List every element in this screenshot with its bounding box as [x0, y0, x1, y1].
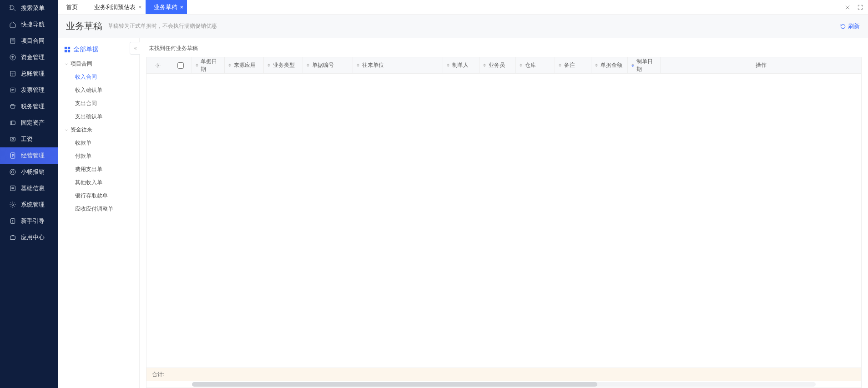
search-icon [9, 5, 16, 12]
sidebar-item-project-contract[interactable]: 项目合同 [0, 33, 58, 49]
col-note[interactable]: 备注 [555, 57, 591, 73]
tree-group-label: 资金往来 [71, 126, 92, 134]
col-label: 仓库 [525, 61, 536, 69]
tree-leaf-expense-confirm[interactable]: 支出确认单 [58, 110, 139, 123]
svg-point-38 [157, 65, 159, 66]
table-body [146, 74, 861, 368]
svg-rect-35 [68, 47, 70, 49]
select-all-checkbox[interactable] [169, 57, 192, 73]
sidebar-item-label: 项目合同 [21, 37, 45, 45]
tree-leaf-expense-contract[interactable]: 支出合同 [58, 97, 139, 110]
tree-leaf-receipt[interactable]: 收款单 [58, 136, 139, 150]
refresh-icon [840, 23, 846, 30]
sort-icon [631, 63, 635, 68]
sidebar-item-quick-nav[interactable]: 快捷导航 [0, 16, 58, 33]
tree-all-label: 全部单据 [73, 45, 99, 54]
sidebar-item-ledger[interactable]: 总账管理 [0, 66, 58, 82]
tree-group-project-contract[interactable]: 项目合同 [58, 57, 139, 71]
tree-leaf-ar-ap-adjust[interactable]: 应收应付调整单 [58, 202, 139, 216]
guide-icon [9, 217, 16, 225]
operations-icon [9, 152, 16, 159]
base-info-icon [9, 185, 16, 192]
tree-leaf-income-confirm[interactable]: 收入确认单 [58, 84, 139, 97]
close-icon[interactable]: × [138, 4, 142, 10]
column-settings-button[interactable] [146, 57, 169, 73]
data-table: 单据日期 来源应用 业务类型 单据编号 往来单位 制单人 业务员 仓库 备注 单… [146, 57, 862, 388]
col-warehouse[interactable]: 仓库 [516, 57, 555, 73]
col-maker[interactable]: 制单人 [443, 57, 479, 73]
tree-leaf-income-contract[interactable]: 收入合同 [58, 71, 139, 84]
svg-point-29 [12, 220, 13, 221]
money-icon [9, 54, 16, 61]
tab-business-draft[interactable]: 业务草稿× [146, 0, 187, 14]
tab-label: 业务利润预估表 [94, 3, 136, 11]
col-date[interactable]: 单据日期 [192, 57, 225, 73]
ledger-icon [9, 70, 16, 77]
sidebar-item-operations[interactable]: 经营管理 [0, 147, 58, 164]
table-header: 单据日期 来源应用 业务类型 单据编号 往来单位 制单人 业务员 仓库 备注 单… [146, 57, 861, 74]
refresh-button[interactable]: 刷新 [840, 22, 860, 30]
svg-rect-12 [10, 88, 15, 92]
tab-home[interactable]: 首页 [58, 0, 86, 14]
tab-profit-estimate[interactable]: 业务利润预估表× [86, 0, 146, 14]
col-number[interactable]: 单据编号 [303, 57, 353, 73]
tree-leaf-bank-deposit[interactable]: 银行存取款单 [58, 189, 139, 202]
sidebar-item-search-menu[interactable]: 搜索菜单 [0, 0, 58, 16]
sort-icon [196, 63, 199, 68]
app-center-icon [9, 234, 16, 241]
tree-group-fund-transfer[interactable]: 资金往来 [58, 123, 139, 136]
collapse-tree-button[interactable] [130, 42, 140, 55]
sidebar-item-fund-mgmt[interactable]: 资金管理 [0, 49, 58, 66]
svg-rect-37 [68, 50, 70, 52]
sort-icon [307, 63, 310, 68]
tab-bar: 首页 业务利润预估表× 业务草稿× [58, 0, 868, 15]
sidebar-item-salary[interactable]: 工资 [0, 131, 58, 147]
tree-all-button[interactable]: 全部单据 [58, 42, 139, 57]
sidebar-item-tax[interactable]: 税务管理 [0, 98, 58, 115]
checkbox-input[interactable] [177, 62, 184, 69]
horizontal-scrollbar[interactable] [146, 381, 861, 388]
col-source[interactable]: 来源应用 [225, 57, 264, 73]
col-party[interactable]: 往来单位 [353, 57, 443, 73]
sidebar-item-label: 固定资产 [21, 119, 45, 127]
col-label: 单据编号 [312, 61, 334, 69]
col-label: 往来单位 [362, 61, 384, 69]
sort-icon [447, 63, 450, 68]
fullscreen-icon[interactable] [856, 3, 864, 11]
col-type[interactable]: 业务类型 [264, 57, 303, 73]
sort-icon [357, 63, 360, 68]
sidebar-item-reimburse[interactable]: 小畅报销 [0, 164, 58, 180]
sidebar-item-base-info[interactable]: 基础信息 [0, 180, 58, 197]
svg-point-23 [10, 169, 15, 175]
col-label: 单据日期 [201, 58, 221, 73]
col-make-date[interactable]: 制单日期 [628, 57, 661, 73]
svg-point-27 [12, 204, 14, 206]
sidebar-item-label: 快捷导航 [21, 20, 45, 29]
close-all-icon[interactable] [843, 3, 852, 11]
sidebar-item-app-center[interactable]: 应用中心 [0, 229, 58, 246]
sidebar-item-label: 资金管理 [21, 53, 45, 61]
main-area: 首页 业务利润预估表× 业务草稿× 业务草稿 草稿转为正式单据时，不会执行满赠促… [58, 0, 868, 388]
sidebar-item-label: 应用中心 [21, 233, 45, 242]
tree-leaf-other-income[interactable]: 其他收入单 [58, 176, 139, 189]
content-area: 全部单据 项目合同 收入合同 收入确认单 支出合同 支出确认单 资金往来 收款单… [58, 38, 868, 388]
sidebar-item-invoice[interactable]: 发票管理 [0, 82, 58, 98]
svg-point-18 [12, 138, 14, 140]
svg-line-1 [14, 9, 15, 11]
asset-icon [9, 119, 16, 126]
reimburse-icon [9, 168, 16, 176]
sidebar-item-label: 总账管理 [21, 70, 45, 78]
sidebar-item-fixed-asset[interactable]: 固定资产 [0, 115, 58, 131]
tree-leaf-payment[interactable]: 付款单 [58, 150, 139, 163]
sidebar-item-guide[interactable]: 新手引导 [0, 213, 58, 229]
refresh-label: 刷新 [848, 22, 860, 30]
empty-message: 未找到任何业务草稿 [146, 43, 862, 57]
col-amount[interactable]: 单据金额 [591, 57, 628, 73]
invoice-icon [9, 86, 16, 94]
col-sales[interactable]: 业务员 [479, 57, 516, 73]
sidebar-item-system[interactable]: 系统管理 [0, 197, 58, 213]
scrollbar-thumb[interactable] [192, 382, 597, 387]
tab-label: 业务草稿 [154, 3, 177, 11]
close-icon[interactable]: × [180, 4, 184, 10]
tree-leaf-expense-slip[interactable]: 费用支出单 [58, 163, 139, 176]
